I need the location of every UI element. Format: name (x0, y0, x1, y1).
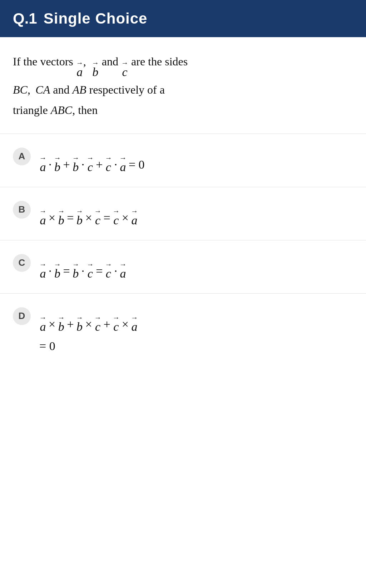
option-b-badge: B (13, 201, 31, 219)
letter-a: a (76, 65, 83, 80)
option-a-expression: → a · → b + → b · → c + (39, 154, 145, 175)
option-d-equals-zero: = 0 (39, 339, 55, 353)
option-c-content: → a · → b = → b · → c = (39, 252, 353, 282)
vec-a2: → a (119, 154, 127, 175)
question-body: If the vectors → a , → b and → c are the… (0, 37, 366, 134)
question-header: Q.1 Single Choice (0, 0, 366, 37)
letter-b: b (92, 65, 98, 80)
question-number: Q.1 (13, 10, 37, 27)
option-c-expression: → a · → b = → b · → c = (39, 260, 127, 282)
option-a-container[interactable]: A → a · → b + → b · → (0, 134, 366, 187)
option-b-content: → a × → b = → b × → c = (39, 199, 353, 229)
option-d-content: → a × → b + → b × → c + (39, 305, 353, 357)
option-c-container[interactable]: C → a · → b = → b · → (0, 240, 366, 294)
vec-c: → c (86, 154, 94, 175)
option-c-badge: C (13, 254, 31, 272)
vec-c2: → c (105, 154, 112, 175)
vector-b-question: → b (92, 59, 99, 80)
option-d-expression: → a × → b + → b × → c + (39, 313, 138, 335)
question-type: Single Choice (44, 10, 148, 27)
page-container: Q.1 Single Choice If the vectors → a , →… (0, 0, 366, 588)
vector-a-question: → a (76, 59, 83, 80)
option-d-badge: D (13, 307, 31, 325)
option-b-expression: → a × → b = → b × → c = (39, 207, 138, 229)
letter-c: c (122, 65, 127, 80)
option-b-container[interactable]: B → a × → b = → b × → (0, 187, 366, 240)
option-d-container[interactable]: D → a × → b + → b × → (0, 294, 366, 368)
vec-b2: → b (72, 154, 79, 175)
vec-a: → a (39, 154, 46, 175)
vector-c-question: → c (121, 59, 128, 80)
vec-b: → b (54, 154, 61, 175)
question-text: If the vectors → a , → b and → c are the… (13, 51, 353, 121)
option-a-content: → a · → b + → b · → c + (39, 145, 353, 175)
option-a-badge: A (13, 148, 31, 165)
